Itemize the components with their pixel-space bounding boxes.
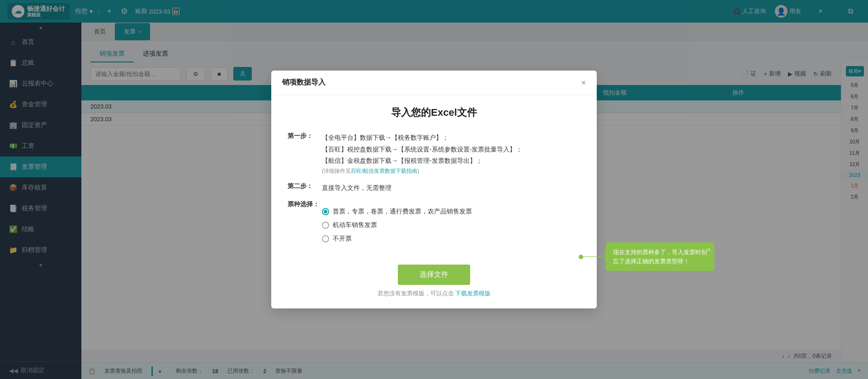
modal-main-title: 导入您的Excel文件	[288, 106, 580, 119]
download-template-link[interactable]: 下载发票模版	[455, 290, 491, 297]
import-modal: 销项数据导入 × 导入您的Excel文件 第一步： 【全电平台】数据下载→【税务…	[271, 71, 597, 308]
step1-hint: (详细操作见百旺/航信发票数据下载指南)	[322, 166, 580, 176]
tooltip-dot	[579, 255, 583, 259]
radio-circle-normal	[322, 208, 329, 215]
radio-none[interactable]: 不开票	[322, 235, 472, 243]
modal-body: 导入您的Excel文件 第一步： 【全电平台】数据下载→【税务数字账户】； 【百…	[271, 95, 597, 308]
modal-close-button[interactable]: ×	[581, 79, 586, 87]
radio-vehicle[interactable]: 机动车销售发票	[322, 221, 472, 229]
step2-label: 第二步：	[288, 182, 319, 190]
modal-btn-row: 选择文件	[288, 265, 580, 285]
modal-footer-note: 若您没有发票模版，可以点击 下载发票模版	[288, 289, 580, 298]
tooltip-bubble: × 现在支持的票种多了，导入发票时别忘了选择正确的发票类型呀！	[606, 242, 714, 271]
radio-group: 普票，专票，卷票，通行费发票，农产品销售发票 机动车销售发票 不开票	[322, 208, 472, 248]
modal-title: 销项数据导入	[282, 78, 326, 87]
tooltip-container: × 现在支持的票种多了，导入发票时别忘了选择正确的发票类型呀！	[579, 242, 714, 271]
ticket-row: 票种选择： 普票，专票，卷票，通行费发票，农产品销售发票 机动车销售发票 不开票	[288, 200, 580, 256]
select-file-button[interactable]: 选择文件	[398, 265, 470, 285]
radio-circle-vehicle	[322, 222, 329, 229]
radio-circle-none	[322, 235, 329, 242]
step1-content: 【全电平台】数据下载→【税务数字账户】； 【百旺】税控盘数据下载→【系统设置-系…	[322, 132, 580, 176]
tooltip-close-button[interactable]: ×	[707, 245, 711, 255]
tooltip-line	[583, 256, 606, 257]
step2-row: 第二步： 直接导入文件，无需整理	[288, 182, 580, 194]
ticket-label: 票种选择：	[288, 200, 319, 208]
modal-overlay: 销项数据导入 × 导入您的Excel文件 第一步： 【全电平台】数据下载→【税务…	[0, 0, 868, 379]
guide-link[interactable]: 百旺/航信发票数据下载指南	[351, 168, 417, 174]
step1-label: 第一步：	[288, 132, 319, 140]
step1-row: 第一步： 【全电平台】数据下载→【税务数字账户】； 【百旺】税控盘数据下载→【系…	[288, 132, 580, 176]
radio-normal[interactable]: 普票，专票，卷票，通行费发票，农产品销售发票	[322, 208, 472, 216]
modal-header: 销项数据导入 ×	[271, 71, 597, 95]
step2-content: 直接导入文件，无需整理	[322, 182, 580, 194]
